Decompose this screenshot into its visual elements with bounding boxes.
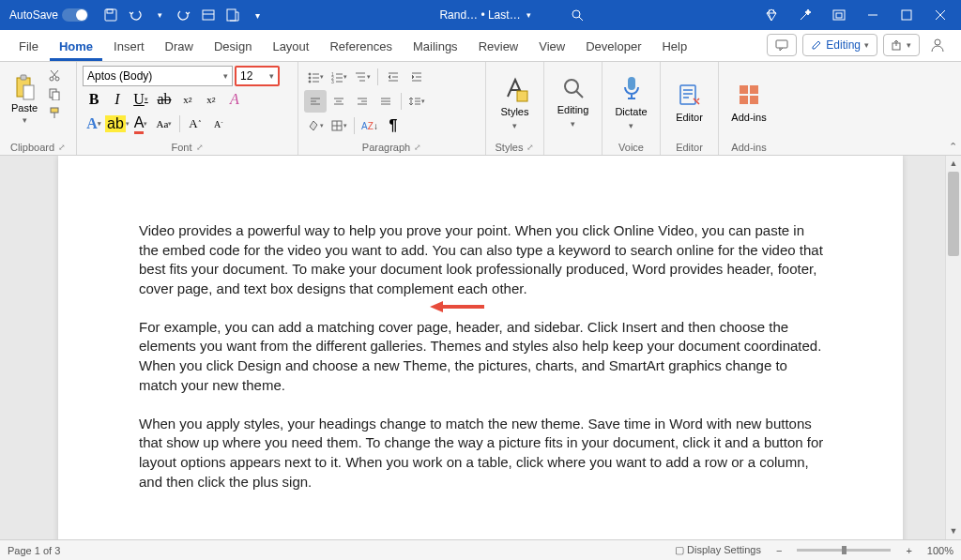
bold-button[interactable]: B	[83, 88, 105, 111]
underline-button[interactable]: U▾	[130, 88, 152, 111]
ribbon-tabs: File Home Insert Draw Design Layout Refe…	[0, 30, 961, 62]
zoom-in-button[interactable]: +	[902, 545, 915, 556]
editor-button[interactable]: Editor	[666, 66, 712, 139]
svg-line-6	[579, 17, 583, 21]
minimize-button[interactable]	[856, 0, 890, 30]
undo-dropdown-icon[interactable]: ▾	[148, 4, 171, 26]
scroll-thumb[interactable]	[948, 172, 959, 256]
copy-button[interactable]	[43, 84, 66, 103]
styles-launcher-icon[interactable]: ⤢	[526, 143, 534, 152]
grow-font-button[interactable]: A˄	[184, 113, 206, 135]
paragraph-label: Paragraph	[362, 142, 410, 153]
para-3[interactable]: When you apply styles, your headings cha…	[139, 415, 828, 492]
numbering-button[interactable]: 123▾	[328, 66, 350, 88]
wand-icon[interactable]	[788, 0, 822, 30]
dictate-button[interactable]: Dictate▾	[608, 66, 654, 139]
display-settings[interactable]: ▢ Display Settings	[675, 544, 761, 556]
para-2[interactable]: For example, you can add a matching cove…	[139, 318, 828, 396]
page-count[interactable]: Page 1 of 3	[8, 545, 60, 556]
editing-big-label: Editing	[557, 104, 589, 115]
styles-group-label: Styles	[496, 142, 524, 153]
vertical-scrollbar[interactable]: ▲ ▼	[945, 156, 961, 539]
font-color-button[interactable]: A▾	[130, 113, 152, 135]
styles-button[interactable]: Styles▾	[492, 66, 538, 139]
doc-dropdown-icon[interactable]: ▾	[526, 10, 531, 20]
shading-button[interactable]: ▾	[304, 114, 327, 137]
tab-file[interactable]: File	[9, 34, 48, 61]
svg-rect-25	[53, 92, 59, 100]
tab-view[interactable]: View	[529, 34, 574, 61]
italic-button[interactable]: I	[106, 88, 129, 111]
align-right-button[interactable]	[351, 90, 374, 113]
redo-icon[interactable]	[173, 4, 195, 26]
font-launcher-icon[interactable]: ⤢	[196, 143, 204, 152]
addins-button[interactable]: Add-ins	[725, 66, 773, 139]
zoom-out-button[interactable]: −	[772, 545, 786, 556]
svg-rect-67	[517, 91, 527, 101]
font-size-input[interactable]: 12▾	[235, 66, 280, 86]
bullets-button[interactable]: ▾	[304, 66, 327, 88]
qat-customize-icon[interactable]: ▾	[246, 4, 268, 26]
document-page[interactable]: Video provides a powerful way to help yo…	[58, 156, 903, 539]
multilevel-button[interactable]: ▾	[351, 66, 374, 88]
text-effects-button[interactable]: A▾	[83, 113, 105, 135]
line-spacing-button[interactable]: ▾	[405, 90, 428, 113]
paragraph-launcher-icon[interactable]: ⤢	[414, 143, 421, 152]
save-icon[interactable]	[99, 4, 122, 26]
format-painter-button[interactable]	[43, 103, 66, 122]
search-icon[interactable]	[571, 8, 584, 22]
autosave-control[interactable]: AutoSave	[4, 8, 94, 22]
editing-mode-button[interactable]: Editing▾	[802, 34, 877, 56]
align-center-button[interactable]	[328, 90, 350, 113]
qat-btn-2[interactable]	[221, 4, 244, 26]
decrease-indent-button[interactable]	[382, 66, 404, 88]
collapse-ribbon-icon[interactable]: ⌃	[949, 141, 957, 153]
scroll-up-icon[interactable]: ▲	[946, 156, 961, 172]
share-button[interactable]: ▾	[883, 34, 920, 56]
tab-insert[interactable]: Insert	[104, 34, 154, 61]
strikethrough-button[interactable]: ab	[153, 88, 175, 111]
font-name-input[interactable]: Aptos (Body)▾	[83, 66, 233, 86]
sort-button[interactable]: AZ↓	[358, 114, 381, 137]
titlebar-right	[755, 0, 957, 30]
borders-button[interactable]: ▾	[328, 114, 350, 137]
shrink-font-button[interactable]: A˅	[207, 113, 230, 135]
superscript-button[interactable]: x2	[200, 88, 222, 111]
diamond-icon[interactable]	[755, 0, 788, 30]
account-icon[interactable]	[925, 34, 950, 56]
comments-button[interactable]	[767, 34, 797, 56]
scroll-down-icon[interactable]: ▼	[946, 523, 961, 539]
change-case-button[interactable]: Aa▾	[153, 113, 175, 135]
highlight-button[interactable]: ab▾	[106, 113, 129, 135]
para-1[interactable]: Video provides a powerful way to help yo…	[139, 221, 828, 299]
tab-references[interactable]: References	[320, 34, 401, 61]
clear-formatting-button[interactable]: A	[223, 88, 246, 111]
cut-button[interactable]	[43, 66, 66, 84]
tab-home[interactable]: Home	[50, 34, 102, 61]
clipboard-launcher-icon[interactable]: ⤢	[58, 143, 66, 152]
editing-button[interactable]: Editing▾	[550, 66, 596, 139]
tab-layout[interactable]: Layout	[263, 34, 318, 61]
align-left-button[interactable]	[304, 90, 327, 113]
window-icon[interactable]	[822, 0, 856, 30]
qat-btn-1[interactable]	[197, 4, 220, 26]
subscript-button[interactable]: x2	[176, 88, 199, 111]
tab-mailings[interactable]: Mailings	[404, 34, 467, 61]
tab-developer[interactable]: Developer	[576, 34, 650, 61]
svg-rect-11	[902, 10, 911, 20]
zoom-level[interactable]: 100%	[927, 545, 953, 556]
tab-design[interactable]: Design	[205, 34, 261, 61]
maximize-button[interactable]	[890, 0, 923, 30]
tab-review[interactable]: Review	[469, 34, 528, 61]
paste-button[interactable]: Paste ▾	[6, 66, 43, 133]
document-title[interactable]: Rand… • Last…	[439, 8, 520, 22]
autosave-toggle[interactable]	[62, 8, 88, 22]
close-button[interactable]	[923, 0, 957, 30]
zoom-slider[interactable]	[797, 549, 891, 552]
undo-icon[interactable]	[124, 4, 146, 26]
justify-button[interactable]	[374, 90, 397, 113]
increase-indent-button[interactable]	[405, 66, 428, 88]
tab-draw[interactable]: Draw	[156, 34, 203, 61]
tab-help[interactable]: Help	[652, 34, 696, 61]
show-marks-button[interactable]: ¶	[382, 114, 404, 137]
